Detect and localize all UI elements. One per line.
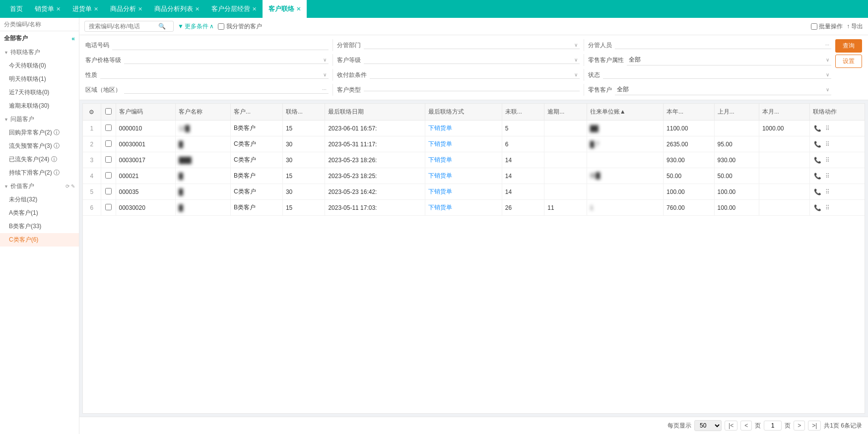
sidebar-group-value[interactable]: 价值客户 ⟳ ✎	[0, 180, 79, 193]
row-checkbox[interactable]	[105, 124, 112, 131]
last-method-link[interactable]: 下销货单	[428, 172, 452, 179]
filter-price-level-select[interactable]: ∨	[124, 56, 329, 64]
nav-customer-segment[interactable]: 客户分层经营 ✕	[205, 0, 263, 18]
cell-action: 📞 ⠿	[810, 121, 865, 136]
sidebar-item-tomorrow[interactable]: 明天待联络(1)	[0, 72, 79, 86]
filter-customer-type-select[interactable]	[364, 89, 580, 91]
sidebar-item-class-a[interactable]: A类客户(1)	[0, 206, 79, 220]
last-method-link[interactable]: 下销货单	[428, 140, 452, 147]
cell-not-contacted: 5	[502, 121, 544, 136]
sidebar-item-warning[interactable]: 流失预警客户(3) ⓘ	[0, 139, 79, 153]
nav-sales-close[interactable]: ✕	[56, 6, 61, 12]
page-number-input[interactable]	[764, 421, 782, 431]
nav-analysis-close[interactable]: ✕	[138, 6, 142, 12]
filter-nature-select[interactable]: ∨	[100, 71, 329, 79]
last-page-btn[interactable]: >|	[808, 421, 821, 431]
settings-button[interactable]: 设置	[835, 55, 862, 68]
last-method-link[interactable]: 下销货单	[428, 124, 452, 131]
row-checkbox[interactable]	[105, 156, 112, 163]
sidebar-group-pending[interactable]: 待联络客户	[0, 46, 79, 59]
cell-action: 📞 ⠿	[810, 200, 865, 216]
last-method-link[interactable]: 下销货单	[428, 156, 452, 163]
sidebar-item-overdue[interactable]: 逾期未联络(30)	[0, 99, 79, 113]
batch-op-checkbox[interactable]	[811, 23, 817, 30]
nav-customer-contact-label: 客户联络	[268, 4, 294, 13]
nav-customer-segment-close[interactable]: ✕	[252, 6, 257, 12]
search-icon[interactable]: 🔍	[158, 23, 166, 30]
query-button[interactable]: 查询	[835, 39, 862, 53]
action-phone-icon[interactable]: 📞	[814, 141, 821, 148]
action-phone-icon[interactable]: 📞	[814, 157, 821, 164]
filter-phone-input[interactable]	[112, 41, 329, 50]
filter-payment-select[interactable]: ∨	[370, 71, 580, 79]
sidebar-search-input[interactable]	[4, 21, 78, 28]
my-customers-checkbox[interactable]	[218, 23, 224, 30]
sidebar-group-problem[interactable]: 问题客户	[0, 113, 79, 126]
settings-icon[interactable]: ⚙	[89, 109, 94, 116]
sidebar-value-icons[interactable]: ⟳ ✎	[66, 184, 75, 189]
sidebar-item-7days[interactable]: 近7天待联络(0)	[0, 86, 79, 99]
nav-analysis[interactable]: 商品分析 ✕	[104, 0, 148, 18]
nav-home[interactable]: 首页	[4, 0, 29, 18]
my-customers-label: 我分管的客户	[226, 22, 262, 31]
action-phone-icon[interactable]: 📞	[814, 204, 821, 211]
nav-analysis-list[interactable]: 商品分析列表 ✕	[148, 0, 205, 18]
last-method-link[interactable]: 下销货单	[428, 188, 452, 195]
row-checkbox[interactable]	[105, 204, 112, 210]
action-grid-icon[interactable]: ⠿	[825, 125, 830, 132]
filter-region-select[interactable]: ···	[124, 86, 329, 94]
next-page-btn[interactable]: >	[794, 421, 805, 431]
nature-arrow: ∨	[323, 72, 327, 77]
sidebar-item-unclassified[interactable]: 未分组(32)	[0, 193, 79, 206]
filter-divider-8	[584, 84, 584, 96]
search-input[interactable]	[89, 23, 158, 30]
export-btn[interactable]: ↑ 导出	[847, 22, 863, 31]
cell-overdue	[544, 152, 587, 168]
nav-customer-contact[interactable]: 客户联络 ✕	[263, 0, 307, 18]
cell-not-contacted: 6	[502, 136, 544, 152]
sidebar-item-abnormal[interactable]: 回购异常客户(2) ⓘ	[0, 126, 79, 139]
first-page-btn[interactable]: |<	[725, 421, 737, 431]
batch-op-btn[interactable]: 批量操作	[811, 22, 843, 31]
filter-more-btn[interactable]: ▼ 更多条件 ∧	[178, 22, 214, 31]
action-grid-icon[interactable]: ⠿	[825, 141, 830, 148]
filter-retail-select[interactable]: 全部 ∨	[615, 84, 831, 95]
my-customers-checkbox-label[interactable]: 我分管的客户	[218, 22, 262, 31]
row-checkbox[interactable]	[105, 140, 112, 147]
th-settings[interactable]: ⚙	[83, 104, 101, 121]
select-all-checkbox[interactable]	[105, 108, 112, 115]
sidebar-item-lost[interactable]: 已流失客户(24) ⓘ	[0, 153, 79, 166]
nav-analysis-list-close[interactable]: ✕	[195, 6, 200, 12]
row-checkbox[interactable]	[105, 172, 112, 179]
sidebar-collapse-icon[interactable]: «	[71, 35, 75, 42]
filter-status-select[interactable]: ∨	[603, 71, 831, 79]
sidebar-item-today[interactable]: 今天待联络(0)	[0, 59, 79, 72]
filter-retail-attr-select[interactable]: 全部 ∨	[627, 55, 831, 65]
action-grid-icon[interactable]: ⠿	[825, 188, 830, 195]
action-phone-icon[interactable]: 📞	[814, 125, 821, 132]
last-method-link[interactable]: 下销货单	[428, 204, 452, 211]
sidebar-item-class-b[interactable]: B类客户(33)	[0, 220, 79, 233]
action-grid-icon[interactable]: ⠿	[825, 173, 830, 180]
nav-sales[interactable]: 销货单 ✕	[29, 0, 67, 18]
th-last-date-label: 最后联络日期	[328, 108, 364, 115]
filter-person-select[interactable]: ···	[615, 41, 831, 49]
action-phone-icon[interactable]: 📞	[814, 173, 821, 180]
cell-num: 1	[83, 121, 101, 136]
sidebar-all-customers[interactable]: 全部客户 «	[0, 31, 79, 46]
nav-purchase[interactable]: 进货单 ✕	[67, 0, 104, 18]
filter-dept-select[interactable]: ∨	[364, 41, 580, 49]
action-grid-icon[interactable]: ⠿	[825, 157, 830, 164]
action-grid-icon[interactable]: ⠿	[825, 204, 830, 211]
action-phone-icon[interactable]: 📞	[814, 188, 821, 195]
filter-customer-level-select[interactable]: ∨	[364, 56, 580, 64]
row-checkbox[interactable]	[105, 188, 112, 194]
per-page-select[interactable]: 50 100 200	[694, 420, 722, 431]
cell-overdue	[544, 184, 587, 200]
prev-page-btn[interactable]: <	[740, 421, 752, 431]
sidebar-item-declining[interactable]: 持续下滑客户(2) ⓘ	[0, 166, 79, 180]
cell-last-date: 2023-05-23 18:26:	[325, 152, 425, 168]
nav-purchase-close[interactable]: ✕	[94, 6, 98, 12]
nav-customer-contact-close[interactable]: ✕	[296, 6, 301, 12]
sidebar-item-class-c[interactable]: C类客户(6)	[0, 233, 79, 247]
